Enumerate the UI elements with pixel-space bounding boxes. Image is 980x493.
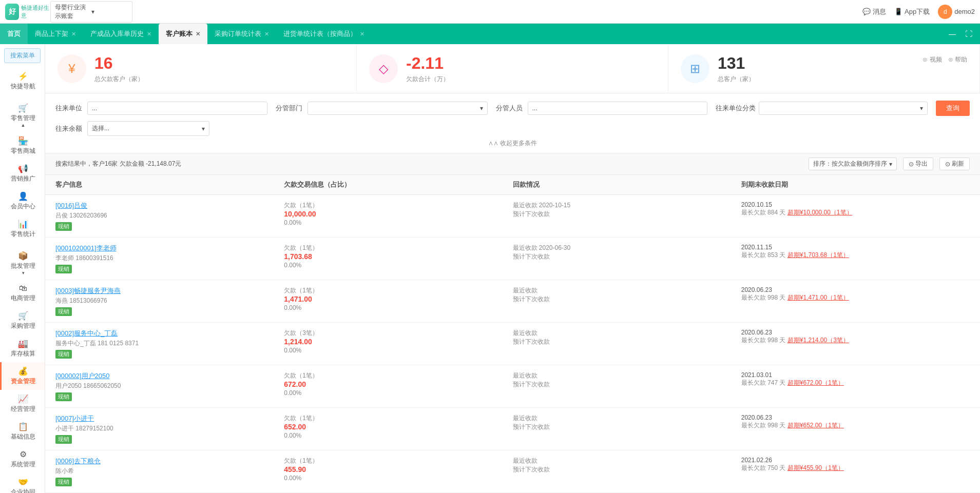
sidebar-item-retail-stats[interactable]: 📊 零售统计 bbox=[0, 215, 45, 243]
sidebar-item-system[interactable]: ⚙ 系统管理 bbox=[0, 445, 45, 473]
debt-info-cell: 欠款（1笔） 672.00 0.00% bbox=[284, 371, 512, 397]
table-row: [0016]吕俊 吕俊 13026203696 现销 欠款（1笔） 10,000… bbox=[45, 195, 980, 238]
close-icon[interactable]: ✕ bbox=[196, 31, 200, 37]
results-summary: 搜索结果中，客户16家 欠款金额 -21,148.07元 bbox=[55, 160, 181, 168]
sidebar-item-quick-nav[interactable]: ⚡ 快捷导航 bbox=[0, 67, 45, 95]
sidebar-item-retail-mgmt[interactable]: 🛒 零售管理 ▲ bbox=[0, 99, 45, 132]
customer-name-link[interactable]: [000002]用户2050 bbox=[55, 371, 284, 381]
customer-contact: 小进干 18279152100 bbox=[55, 424, 284, 433]
tab-inventory-summary[interactable]: 进货单统计表（按商品） ✕ bbox=[276, 24, 372, 44]
overdue-link[interactable]: 超期¥1,214.00（3笔） bbox=[787, 337, 849, 344]
manager-input[interactable]: ... bbox=[528, 102, 708, 115]
source-unit-dots: ... bbox=[92, 105, 97, 112]
collapse-btn[interactable]: ∧∧ 收起更多条件 bbox=[488, 139, 537, 148]
sidebar-item-retail-mall[interactable]: 🏪 零售商城 bbox=[0, 132, 45, 160]
source-unit-label: 往来单位 bbox=[55, 104, 84, 113]
stat-number-debt-total: -2.11 bbox=[406, 53, 656, 73]
debt-info-cell: 欠款（1笔） 10,000.00 0.00% bbox=[284, 201, 512, 226]
store-select[interactable]: 母婴行业演示账套 ▾ bbox=[50, 1, 132, 23]
customer-name-link[interactable]: [0006]去下粮仓 bbox=[55, 457, 284, 466]
next-collection: 预计下次收款 bbox=[513, 210, 741, 219]
finance-icon: 💰 bbox=[18, 366, 28, 376]
debt-note: 欠款（1笔） bbox=[284, 414, 512, 423]
tab-home[interactable]: 首页 bbox=[0, 24, 28, 44]
due-date-cell: 2020.06.23 最长欠款 998 天 超期¥652.00（1笔） bbox=[741, 414, 970, 430]
customer-name-link[interactable]: [0007]小进干 bbox=[55, 414, 284, 423]
filter-bar: 往来单位 ... 分管部门 ▾ 分管人员 ... bbox=[45, 93, 980, 153]
sidebar-item-basic-info[interactable]: 📋 基础信息 bbox=[0, 418, 45, 445]
tab-purchase-order[interactable]: 采购订单统计表 ✕ bbox=[207, 24, 276, 44]
sidebar-item-member-center[interactable]: 👤 会员中心 bbox=[0, 187, 45, 215]
sidebar-item-label: 零售管理 bbox=[11, 114, 35, 123]
customer-name-link[interactable]: [0002]服务中心_丁磊 bbox=[55, 329, 284, 338]
filter-row-1: 往来单位 ... 分管部门 ▾ 分管人员 ... bbox=[55, 101, 970, 116]
tab-maximize-btn[interactable]: ⛶ bbox=[963, 28, 975, 40]
due-date-cell: 2020.06.23 最长欠款 998 天 超期¥1,214.00（3笔） bbox=[741, 329, 970, 345]
customer-name-link[interactable]: [0003]畅捷服务尹海燕 bbox=[55, 286, 284, 295]
tab-product-status[interactable]: 商品上下架 ✕ bbox=[28, 24, 83, 44]
refresh-button[interactable]: ⊙ 刷新 bbox=[939, 157, 970, 170]
source-unit-input[interactable]: ... bbox=[87, 102, 267, 115]
sidebar-item-finance[interactable]: 💰 资金管理 bbox=[0, 362, 45, 390]
tab-customer-account[interactable]: 客户账本 ✕ bbox=[159, 24, 207, 44]
customer-contact: 海燕 18513066976 bbox=[55, 297, 284, 305]
sidebar-item-purchase[interactable]: 🛒 采购管理 bbox=[0, 307, 45, 334]
dept-select[interactable]: ▾ bbox=[308, 102, 488, 115]
collection-cell: 最近收款 预计下次收款 bbox=[513, 329, 741, 346]
sidebar-item-batch-mgmt[interactable]: 📦 批发管理 ▾ bbox=[0, 247, 45, 280]
overdue-days: 最长欠款 853 天 超期¥1,703.68（1笔） bbox=[741, 251, 970, 260]
debt-amount: 455.90 bbox=[284, 465, 512, 474]
overdue-link[interactable]: 超期¥455.90（1笔） bbox=[787, 464, 844, 471]
search-menu-btn[interactable]: 搜索菜单 bbox=[4, 48, 41, 63]
customer-name-link[interactable]: [0001020001]李老师 bbox=[55, 244, 284, 253]
view-video-btn[interactable]: ⊙ 视频 bbox=[923, 55, 941, 64]
user-avatar[interactable]: d demo2 bbox=[938, 5, 975, 19]
overdue-link[interactable]: 超期¥10,000.00（1笔） bbox=[787, 209, 853, 216]
last-collection: 最近收款 bbox=[513, 414, 741, 423]
debt-note: 欠款（1笔） bbox=[284, 371, 512, 380]
unit-category-label: 往来单位分类 bbox=[716, 104, 756, 113]
close-icon[interactable]: ✕ bbox=[264, 31, 269, 37]
tab-bar-right: — ⛶ bbox=[946, 28, 980, 40]
overdue-link[interactable]: 超期¥1,471.00（1笔） bbox=[787, 294, 849, 301]
sidebar-item-inventory[interactable]: 🏭 库存核算 bbox=[0, 334, 45, 362]
operations-icon: 📈 bbox=[18, 394, 28, 404]
overdue-link[interactable]: 超期¥1,703.68（1笔） bbox=[787, 251, 849, 259]
balance-select[interactable]: 选择... ▾ bbox=[87, 121, 209, 136]
customer-contact: 吕俊 13026203696 bbox=[55, 211, 284, 220]
purchase-icon: 🛒 bbox=[18, 311, 28, 321]
table-row: [0007]小进干 小进干 18279152100 现销 欠款（1笔） 652.… bbox=[45, 408, 980, 450]
export-button[interactable]: ⊙ 导出 bbox=[903, 157, 933, 170]
close-icon[interactable]: ✕ bbox=[71, 31, 76, 37]
message-btn[interactable]: 💬 消息 bbox=[862, 7, 886, 16]
close-icon[interactable]: ✕ bbox=[360, 31, 364, 37]
sidebar-item-enterprise-collab[interactable]: 🤝 企业协同 bbox=[0, 473, 45, 493]
overdue-link[interactable]: 超期¥652.00（1笔） bbox=[787, 422, 844, 429]
tab-minimize-btn[interactable]: — bbox=[946, 28, 958, 40]
sidebar-item-operations[interactable]: 📈 经营管理 bbox=[0, 390, 45, 418]
debt-pct: 0.00% bbox=[284, 432, 512, 439]
customer-name-link[interactable]: [0016]吕俊 bbox=[55, 201, 284, 210]
basic-info-icon: 📋 bbox=[18, 422, 28, 431]
data-table: 客户信息 欠款交易信息（占比） 回款情况 到期未收款日期 [0016]吕俊 吕俊… bbox=[45, 175, 980, 493]
help-btn[interactable]: ⊙ 帮助 bbox=[948, 55, 967, 64]
overdue-days: 最长欠款 998 天 超期¥652.00（1笔） bbox=[741, 421, 970, 430]
last-collection: 最近收款 bbox=[513, 457, 741, 465]
sort-select[interactable]: 排序：按欠款金额倒序排序 ▾ bbox=[809, 157, 897, 170]
unit-category-select[interactable]: ▾ bbox=[759, 102, 928, 115]
query-button[interactable]: 查询 bbox=[936, 101, 970, 116]
tab-product-history[interactable]: 产成品入库单历史 ✕ bbox=[83, 24, 159, 44]
debt-amount: 652.00 bbox=[284, 423, 512, 431]
sidebar: 搜索菜单 ⚡ 快捷导航 🛒 零售管理 ▲ 🏪 零售商城 📢 营销推广 👤 会员中… bbox=[0, 44, 45, 493]
debt-customers-icon: ¥ bbox=[57, 54, 86, 83]
debt-amount: 1,471.00 bbox=[284, 295, 512, 303]
app-download-btn[interactable]: 📱 App下载 bbox=[894, 7, 930, 16]
stat-card-debt-total: ◇ -2.11 欠款合计（万） bbox=[357, 44, 668, 93]
inventory-icon: 🏭 bbox=[18, 339, 28, 348]
table-header: 客户信息 欠款交易信息（占比） 回款情况 到期未收款日期 bbox=[45, 175, 980, 195]
close-icon[interactable]: ✕ bbox=[147, 31, 151, 37]
balance-placeholder: 选择... bbox=[92, 124, 109, 133]
sidebar-item-marketing[interactable]: 📢 营销推广 bbox=[0, 160, 45, 187]
sidebar-item-ecommerce[interactable]: 🛍 电商管理 bbox=[0, 280, 45, 307]
overdue-link[interactable]: 超期¥672.00（1笔） bbox=[787, 379, 844, 386]
